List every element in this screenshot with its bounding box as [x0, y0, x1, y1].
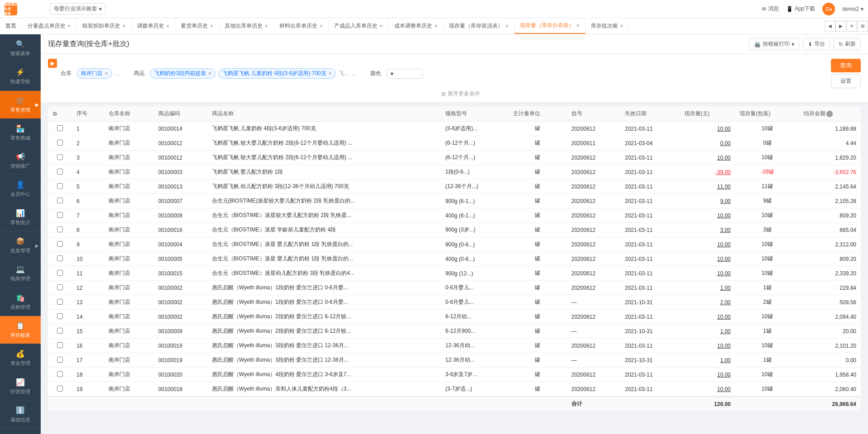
tab-yaohuo[interactable]: 要货单历史 ✕	[175, 18, 219, 34]
nav-prev[interactable]: ◀	[825, 21, 835, 32]
tab-chengben[interactable]: 成本调整单历史 ✕	[389, 18, 443, 34]
sidebar-item-wholesale[interactable]: 📦 批发管理 ▶	[0, 231, 41, 259]
refresh-button[interactable]: ↻ 刷新	[834, 38, 861, 50]
row-stock-main[interactable]: 10.00	[680, 252, 736, 266]
row-stock-main[interactable]: -39.00	[680, 165, 736, 179]
tab-xianzai1[interactable]: 现存量（库存状况表） ✕	[443, 18, 514, 34]
tab-xianzai2[interactable]: 现存量（库存分布表） ✕	[514, 18, 585, 34]
row-stock-main[interactable]: 3.00	[680, 223, 736, 237]
nav-menu[interactable]: ⊞	[857, 21, 868, 32]
sidebar-item-marketing[interactable]: 📢 营销推广	[0, 147, 41, 175]
row-stock-main[interactable]: 10.00	[680, 208, 736, 223]
close-product-tag-2[interactable]: ✕	[328, 71, 332, 76]
row-checkbox[interactable]	[48, 252, 72, 266]
close-tab-zuchai[interactable]: ✕	[122, 24, 126, 28]
row-stock-main[interactable]: 10.00	[680, 266, 736, 281]
product-tag-2[interactable]: 飞鹤星飞帆 儿童奶粉 4段(3-6岁适用) 700克 ✕	[218, 68, 336, 79]
close-tab-xianzai1[interactable]: ✕	[505, 24, 509, 28]
industry-selector[interactable]: 母婴行业演示账套 ▾	[50, 3, 106, 14]
row-stock-main[interactable]: 0.00	[680, 136, 736, 151]
row-stock-main[interactable]: 9.00	[680, 194, 736, 208]
row-checkbox[interactable]	[48, 281, 72, 295]
row-stock-main[interactable]: 10.00	[680, 368, 736, 382]
sidebar-item-system[interactable]: ⚙️ 系统管理	[0, 429, 41, 434]
row-checkbox[interactable]	[48, 368, 72, 382]
row-stock-main[interactable]: 10.00	[680, 339, 736, 353]
close-tab-qita[interactable]: ✕	[264, 24, 268, 28]
row-checkbox[interactable]	[48, 208, 72, 223]
close-tab-pici[interactable]: ✕	[620, 24, 623, 28]
tab-qita[interactable]: 其他出库单历史 ✕	[219, 18, 274, 34]
query-button[interactable]: 查询	[831, 59, 861, 72]
close-warehouse-tag[interactable]: ✕	[104, 71, 108, 76]
row-checkbox[interactable]	[48, 324, 72, 339]
sidebar-item-search[interactable]: 🔍 搜索菜单	[0, 34, 41, 62]
row-checkbox[interactable]	[48, 310, 72, 324]
tab-cailiao[interactable]: 材料出库单历史 ✕	[274, 18, 329, 34]
close-tab-fenku[interactable]: ✕	[67, 24, 71, 28]
user-avatar[interactable]: Ea	[822, 3, 835, 15]
sidebar-item-operations[interactable]: 📈 经营管理	[0, 373, 41, 401]
close-tab-chanpin[interactable]: ✕	[379, 24, 383, 28]
product-more[interactable]: 飞...	[339, 70, 349, 77]
tab-home[interactable]: 首页	[0, 18, 22, 34]
row-stock-main[interactable]: 10.00	[680, 237, 736, 252]
username-label[interactable]: demo2 ▾	[842, 6, 863, 12]
row-stock-main[interactable]: 1.00	[680, 353, 736, 368]
sidebar-item-shortcut[interactable]: ⚡ 快捷导航	[0, 62, 41, 90]
row-checkbox[interactable]	[48, 382, 72, 397]
product-tag-1[interactable]: 飞鹤奶粉3段丙箱提装 ✕	[150, 68, 216, 79]
expand-arrow-btn[interactable]: ▶	[48, 59, 57, 68]
row-checkbox[interactable]	[48, 194, 72, 208]
row-stock-main[interactable]: 11.00	[680, 179, 736, 194]
tab-zuchai[interactable]: 组装拆卸单历史 ✕	[77, 18, 132, 34]
row-checkbox[interactable]	[48, 266, 72, 281]
warehouse-more[interactable]: ...	[115, 71, 119, 77]
balance-info-icon[interactable]: i	[826, 111, 833, 117]
row-stock-main[interactable]: 1.00	[680, 324, 736, 339]
warehouse-tag-nanan[interactable]: 南岸门店 ✕	[77, 68, 112, 79]
close-tab-diaocai[interactable]: ✕	[166, 24, 170, 28]
expand-conditions-btn[interactable]: ⊞ 展开更多条件	[441, 90, 480, 98]
sidebar-item-basic[interactable]: ℹ️ 基础信息	[0, 401, 41, 429]
sidebar-item-stats[interactable]: 📊 零售统计	[0, 203, 41, 231]
row-checkbox[interactable]	[48, 339, 72, 353]
app-download-btn[interactable]: 📱 App下载	[786, 5, 815, 13]
setting-button[interactable]: 设置	[831, 74, 861, 88]
print-button[interactable]: 🖨️ 按模板打印 ▾	[749, 38, 799, 50]
row-stock-main[interactable]: 1.00	[680, 281, 736, 295]
tab-diaocai[interactable]: 调拨单历史 ✕	[132, 18, 175, 34]
row-stock-main[interactable]: 10.00	[680, 151, 736, 165]
row-checkbox[interactable]	[48, 353, 72, 368]
nav-close-all[interactable]: ✕	[846, 21, 857, 32]
row-stock-main[interactable]: 10.00	[680, 382, 736, 397]
row-checkbox[interactable]	[48, 122, 72, 136]
row-checkbox[interactable]	[48, 136, 72, 151]
row-checkbox[interactable]	[48, 165, 72, 179]
row-checkbox[interactable]	[48, 151, 72, 165]
tab-fenku[interactable]: 分量盘点单历史 ✕	[22, 18, 77, 34]
product-more-ellipsis[interactable]: ...	[351, 71, 356, 77]
tab-chanpin[interactable]: 产成品入库单历史 ✕	[329, 18, 389, 34]
settings-icon[interactable]: ⚙	[52, 111, 57, 117]
close-tab-yaohuo[interactable]: ✕	[210, 24, 213, 28]
close-tab-cailiao[interactable]: ✕	[319, 24, 323, 28]
close-tab-xianzai2[interactable]: ✕	[576, 23, 580, 28]
message-btn[interactable]: ✉ 消息	[762, 5, 779, 13]
tab-pici[interactable]: 库存批次账 ✕	[585, 18, 629, 34]
export-button[interactable]: ⬇ 导出	[803, 38, 830, 50]
close-product-tag-1[interactable]: ✕	[208, 71, 212, 76]
sidebar-item-member[interactable]: 👤 会员中心	[0, 175, 41, 203]
row-checkbox[interactable]	[48, 237, 72, 252]
row-checkbox[interactable]	[48, 295, 72, 310]
color-select[interactable]: ▾	[387, 69, 423, 79]
nav-next[interactable]: ▶	[835, 21, 846, 32]
row-checkbox[interactable]	[48, 223, 72, 237]
row-stock-main[interactable]: 10.00	[680, 122, 736, 136]
sidebar-item-shop[interactable]: 🏪 零售商城	[0, 119, 41, 147]
sidebar-item-inventory[interactable]: 📋 库存核算	[0, 316, 41, 344]
close-tab-chengben[interactable]: ✕	[434, 24, 438, 28]
row-stock-main[interactable]: 10.00	[680, 310, 736, 324]
row-checkbox[interactable]	[48, 179, 72, 194]
sidebar-item-finance[interactable]: 💰 资金管理	[0, 344, 41, 372]
